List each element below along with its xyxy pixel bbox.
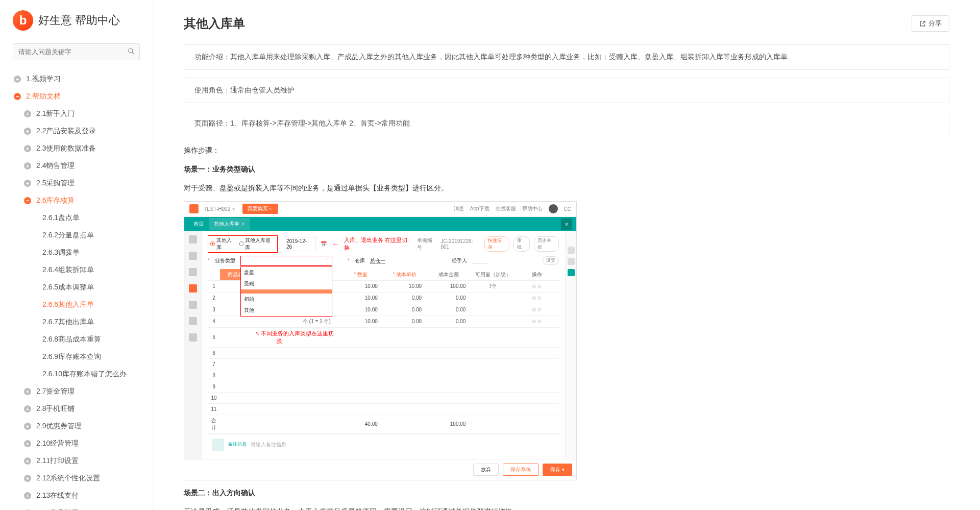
ss-pill-quick: 快速清单 bbox=[484, 236, 509, 252]
role-label: 使用角色： bbox=[194, 86, 230, 94]
ss-dropdown: ˇ 盘盈 受赠 初始 其他 bbox=[240, 256, 332, 266]
nav-2-6-6[interactable]: 2.6.6其他入库单 bbox=[13, 296, 140, 313]
search-box bbox=[13, 43, 140, 60]
arrow-icon: ← bbox=[332, 240, 339, 248]
calendar-icon: 📅 bbox=[321, 241, 327, 247]
embedded-screenshot: TEST-H002 ▾ 我要购买～ 消息 App下载 在线客服 帮助中心 CC … bbox=[184, 201, 577, 480]
ss-main: 其他入库 其他入库退库 2019-12-26 📅 ← 入库、退出业务 在这里切换… bbox=[202, 231, 565, 459]
radio-icon bbox=[210, 241, 215, 246]
role-box: 使用角色：通常由仓管人员维护 bbox=[184, 78, 949, 103]
sidebar: b 好生意 帮助中心 1.视频学习 2.帮助文档 2.1新手入门 2.2产品安装… bbox=[0, 0, 153, 510]
nav-2-6-8[interactable]: 2.6.8商品成本重算 bbox=[13, 331, 140, 348]
ss-docno: JC-20191226-001 bbox=[440, 238, 480, 250]
nav-2-6-2[interactable]: 2.6.2分量盘点单 bbox=[13, 227, 140, 244]
nav-2-4[interactable]: 2.4销售管理 bbox=[13, 157, 140, 175]
expand-icon bbox=[23, 439, 32, 448]
scenario1-title: 场景一：业务类型确认 bbox=[184, 165, 255, 173]
ss-trial-button: 我要购买～ bbox=[242, 204, 278, 214]
nav-2-6-5[interactable]: 2.6.5成本调整单 bbox=[13, 279, 140, 296]
tool-icon bbox=[568, 247, 575, 254]
ss-nav-icon bbox=[189, 268, 197, 276]
collapse-icon bbox=[23, 196, 32, 205]
expand-icon bbox=[23, 456, 32, 466]
nav-2-8[interactable]: 2.8手机旺铺 bbox=[13, 400, 140, 418]
ss-wh-val: 总仓一 bbox=[370, 257, 385, 264]
ss-tabbar-close: × bbox=[561, 218, 572, 230]
nav-2-11[interactable]: 2.11打印设置 bbox=[13, 452, 140, 470]
content: 其他入库单 分享 功能介绍：其他入库单用来处理除采购入库、产成品入库之外的其他入… bbox=[153, 0, 980, 510]
logo-text: 好生意 帮助中心 bbox=[38, 13, 120, 28]
logo-icon: b bbox=[13, 10, 33, 31]
nav-2-6-3[interactable]: 2.6.3调拨单 bbox=[13, 244, 140, 261]
ss-handler-input bbox=[472, 258, 488, 263]
ss-sidebar bbox=[184, 231, 202, 459]
nav-2-9[interactable]: 2.9优惠券管理 bbox=[13, 418, 140, 435]
avatar-icon bbox=[549, 204, 558, 213]
ss-top-app: App下载 bbox=[470, 205, 489, 212]
ss-top-help: 帮助中心 bbox=[522, 205, 543, 212]
ss-annotation1: 入库、退出业务 在这里切换 bbox=[344, 236, 411, 252]
expand-icon bbox=[23, 109, 32, 118]
intro-text: 其他入库单用来处理除采购入库、产成品入库之外的其他入库业务，因此其他入库单可处理… bbox=[230, 53, 788, 61]
ss-tab-active: 其他入库单× bbox=[209, 218, 250, 230]
scenario2-title: 场景二：出入方向确认 bbox=[184, 489, 255, 497]
expand-icon bbox=[23, 404, 32, 414]
ss-draft-button: 保存草稿 bbox=[503, 464, 538, 476]
logo[interactable]: b 好生意 帮助中心 bbox=[13, 10, 140, 31]
ss-test-label: TEST-H002 bbox=[204, 206, 230, 212]
close-icon: × bbox=[241, 221, 244, 227]
nav-2-6-4[interactable]: 2.6.4组装拆卸单 bbox=[13, 261, 140, 279]
nav-2-6-9[interactable]: 2.6.9库存账本查询 bbox=[13, 348, 140, 366]
expand-icon bbox=[23, 474, 32, 483]
nav-2-5[interactable]: 2.5采购管理 bbox=[13, 175, 140, 192]
collapse-icon bbox=[13, 92, 22, 101]
expand-icon bbox=[23, 161, 32, 171]
share-button[interactable]: 分享 bbox=[912, 15, 949, 32]
expand-icon bbox=[23, 127, 32, 136]
tool-icon bbox=[568, 269, 575, 276]
expand-icon bbox=[23, 144, 32, 153]
scenario1-text: 对于受赠、盘盈或是拆装入库等不同的业务，是通过单据头【业务类型】进行区分。 bbox=[184, 182, 949, 195]
ss-top-msg: 消息 bbox=[454, 205, 464, 212]
ss-logo-icon bbox=[189, 204, 199, 213]
expand-icon bbox=[23, 179, 32, 188]
ss-nav-icon-active bbox=[189, 284, 197, 293]
ss-side-tools bbox=[565, 231, 576, 459]
ss-tab-home: 首页 bbox=[188, 218, 209, 230]
ss-pill-history: 历史单据 bbox=[534, 236, 559, 252]
intro-label: 功能介绍： bbox=[194, 53, 230, 61]
ss-setting-btn: 设置 bbox=[543, 256, 559, 265]
path-text: 1、库存核算->库存管理->其他入库单 2、首页->常用功能 bbox=[230, 119, 410, 127]
ss-handler-label: 经手人 bbox=[452, 257, 467, 264]
expand-icon bbox=[23, 491, 32, 500]
nav-2-13[interactable]: 2.13在线支付 bbox=[13, 487, 140, 504]
expand-icon bbox=[13, 75, 22, 84]
nav-video[interactable]: 1.视频学习 bbox=[13, 70, 140, 88]
ss-radio-group: 其他入库 其他入库退库 bbox=[208, 235, 278, 253]
nav-2-6-10[interactable]: 2.6.10库存账本错了怎么办 bbox=[13, 366, 140, 383]
nav-2-2[interactable]: 2.2产品安装及登录 bbox=[13, 123, 140, 140]
ss-nav-icon bbox=[189, 333, 197, 342]
ss-top-user: CC bbox=[564, 206, 571, 212]
nav-2-1[interactable]: 2.1新手入门 bbox=[13, 105, 140, 123]
page-title: 其他入库单 bbox=[184, 15, 245, 32]
nav-2-6-1[interactable]: 2.6.1盘点单 bbox=[13, 209, 140, 227]
tool-icon bbox=[568, 258, 575, 265]
nav-2-6-7[interactable]: 2.6.7其他出库单 bbox=[13, 313, 140, 331]
nav-2-12[interactable]: 2.12系统个性化设置 bbox=[13, 470, 140, 487]
nav-2-7[interactable]: 2.7资金管理 bbox=[13, 383, 140, 400]
nav-2-6[interactable]: 2.6库存核算 bbox=[13, 192, 140, 209]
search-input[interactable] bbox=[13, 43, 140, 60]
role-text: 通常由仓管人员维护 bbox=[230, 86, 295, 94]
nav-2-14[interactable]: 2.14常见问题 bbox=[13, 504, 140, 510]
radio-icon bbox=[239, 241, 244, 246]
nav-docs[interactable]: 2.帮助文档 bbox=[13, 88, 140, 105]
ss-discard-button: 放弃 bbox=[473, 464, 499, 476]
ss-docno-label: 单据编号 bbox=[417, 237, 437, 251]
nav-2-3[interactable]: 2.3使用前数据准备 bbox=[13, 140, 140, 157]
ss-top-cs: 在线客服 bbox=[496, 205, 516, 212]
nav-2-10[interactable]: 2.10经营管理 bbox=[13, 435, 140, 452]
share-icon bbox=[919, 20, 926, 27]
path-box: 页面路径：1、库存核算->库存管理->其他入库单 2、首页->常用功能 bbox=[184, 111, 949, 136]
nav-tree: 1.视频学习 2.帮助文档 2.1新手入门 2.2产品安装及登录 2.3使用前数… bbox=[13, 70, 140, 510]
